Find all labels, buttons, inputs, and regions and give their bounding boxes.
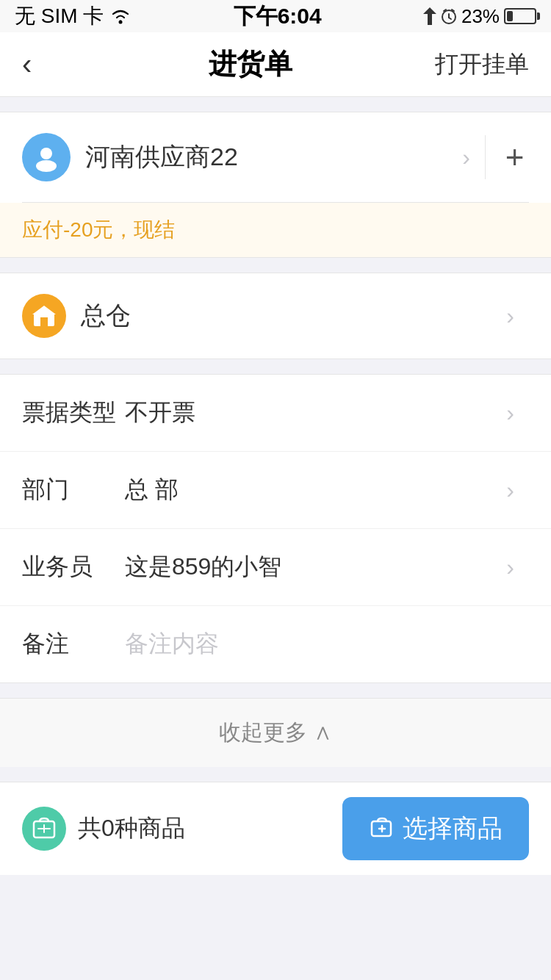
bottom-bar: 共0种商品 选择商品 <box>0 782 551 875</box>
back-button[interactable]: ‹ <box>22 48 66 81</box>
warehouse-chevron-icon: › <box>506 303 514 330</box>
notice-bar: 应付-20元，现结 <box>0 203 551 257</box>
remark-row[interactable]: 备注 备注内容 <box>0 606 551 682</box>
supplier-avatar <box>22 133 71 181</box>
select-product-button[interactable]: 选择商品 <box>342 797 529 860</box>
supplier-chevron-icon: › <box>462 144 470 171</box>
product-count-label: 共0种商品 <box>78 813 185 845</box>
notice-text: 应付-20元，现结 <box>22 218 175 241</box>
wifi-icon <box>109 8 132 24</box>
warehouse-icon <box>22 294 66 338</box>
battery-label: 23% <box>461 5 500 28</box>
svg-point-0 <box>119 21 123 24</box>
svg-rect-10 <box>40 317 48 326</box>
salesman-row[interactable]: 业务员 这是859的小智 › <box>0 529 551 606</box>
svg-marker-9 <box>32 306 56 314</box>
department-chevron-icon: › <box>506 477 514 504</box>
location-icon <box>423 7 436 25</box>
product-count-icon <box>22 807 66 851</box>
warehouse-name: 总仓 <box>81 299 506 333</box>
supplier-name: 河南供应商22 <box>85 140 462 174</box>
department-label: 部门 <box>22 474 118 506</box>
page-title: 进货单 <box>209 46 292 83</box>
salesman-label: 业务员 <box>22 551 118 583</box>
collapse-label: 收起更多 ∧ <box>219 720 331 744</box>
select-product-label: 选择商品 <box>403 812 503 846</box>
svg-line-3 <box>449 18 451 19</box>
add-supplier-button[interactable]: + <box>485 135 529 179</box>
salesman-chevron-icon: › <box>506 554 514 581</box>
warehouse-row[interactable]: 总仓 › <box>0 273 551 359</box>
status-bar: 无 SIM 卡 下午6:04 23% <box>0 0 551 32</box>
status-right: 23% <box>423 5 536 28</box>
form-section: 票据类型 不开票 › 部门 总 部 › 业务员 这是859的小智 › 备注 备注… <box>0 374 551 683</box>
department-value: 总 部 <box>118 474 506 506</box>
salesman-value: 这是859的小智 <box>118 551 506 583</box>
gap2 <box>0 258 551 273</box>
cart-icon <box>369 815 395 842</box>
department-row[interactable]: 部门 总 部 › <box>0 452 551 529</box>
battery-icon <box>504 8 536 24</box>
alarm-icon <box>441 8 457 24</box>
open-pending-button[interactable]: 打开挂单 <box>435 48 529 81</box>
invoice-type-label: 票据类型 <box>22 397 118 429</box>
svg-point-7 <box>36 160 57 172</box>
svg-point-6 <box>40 148 52 159</box>
collapse-button[interactable]: 收起更多 ∧ <box>0 698 551 767</box>
product-count-area: 共0种商品 <box>22 807 185 851</box>
status-left: 无 SIM 卡 <box>15 2 132 30</box>
remark-input[interactable]: 备注内容 <box>118 628 529 660</box>
status-time: 下午6:04 <box>234 1 322 32</box>
invoice-type-row[interactable]: 票据类型 不开票 › <box>0 375 551 452</box>
invoice-type-chevron-icon: › <box>506 400 514 427</box>
invoice-type-value: 不开票 <box>118 397 506 429</box>
nav-bar: ‹ 进货单 打开挂单 <box>0 32 551 97</box>
supplier-section: 河南供应商22 › + 应付-20元，现结 <box>0 112 551 258</box>
supplier-row[interactable]: 河南供应商22 › + <box>0 112 551 202</box>
carrier-label: 无 SIM 卡 <box>15 2 104 30</box>
gap1 <box>0 97 551 112</box>
remark-label: 备注 <box>22 628 118 660</box>
